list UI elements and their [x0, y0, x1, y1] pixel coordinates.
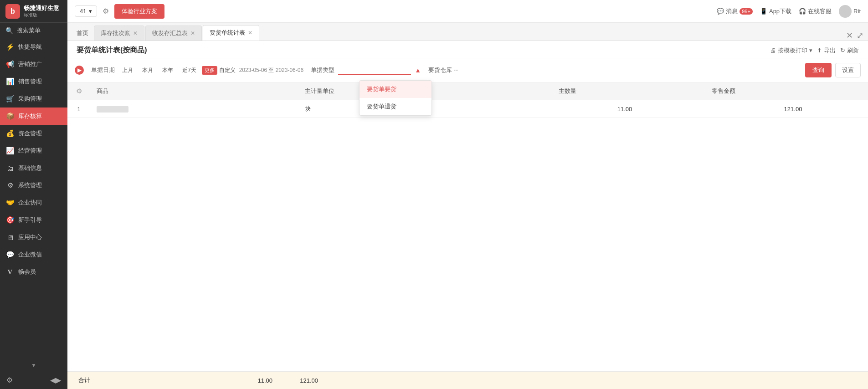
type-filter-input[interactable] — [338, 66, 411, 75]
sidebar-item-huiyuan[interactable]: V 畅会员 — [0, 263, 67, 281]
sidebar-item-xitong[interactable]: ⚙ 系统管理 — [0, 177, 67, 194]
print-dropdown-icon: ▾ — [809, 47, 812, 54]
app-logo-text: 畅捷通好生意 标准版 — [24, 5, 59, 18]
topbar: 41 ▾ ⚙ 体验行业方案 💬 消息 99+ 📱 App下载 🎧 在线客服 — [67, 0, 868, 23]
filter-expand-btn[interactable]: ▶ — [75, 66, 84, 75]
user-avatar — [839, 5, 852, 18]
dropdown-chevron-icon: ▾ — [89, 8, 92, 15]
tab-shoufasun[interactable]: 收发存汇总表 ✕ — [145, 26, 202, 41]
sidebar-item-kucun[interactable]: 📦 库存核算 — [0, 107, 67, 125]
col-header-extra — [808, 82, 868, 100]
jingying-icon: 📈 — [5, 147, 15, 155]
sidebar-logo: b 畅捷通好生意 标准版 — [0, 0, 67, 23]
page: 要货单统计表(按商品) 🖨 按模板打印 ▾ ⬆ 导出 ↻ 刷新 ▶ — [67, 41, 868, 389]
filter-actions: 查询 设置 — [805, 63, 861, 77]
sidebar-item-kuaijie[interactable]: ⚡ 快捷导航 — [0, 38, 67, 56]
main-content: 41 ▾ ⚙ 体验行业方案 💬 消息 99+ 📱 App下载 🎧 在线客服 — [67, 0, 868, 389]
tab-kucun-pici[interactable]: 库存批次账 ✕ — [94, 26, 144, 41]
row-amount: 121.00 — [638, 100, 808, 118]
footer-amount: 121.00 — [279, 377, 324, 384]
headset-icon: 🎧 — [799, 8, 806, 15]
row-num: 1 — [67, 100, 90, 118]
message-btn[interactable]: 💬 消息 99+ — [717, 7, 753, 15]
col-header-product: 商品 — [90, 82, 298, 100]
qiye-icon: 🤝 — [5, 199, 15, 207]
this-month-btn[interactable]: 本月 — [139, 65, 157, 76]
date-buttons: 上月 本月 本年 近7天 更多 自定义 — [118, 65, 236, 76]
topbar-left: 41 ▾ ⚙ 体验行业方案 — [75, 4, 164, 19]
topbar-right: 💬 消息 99+ 📱 App下载 🎧 在线客服 Rit — [717, 5, 861, 18]
export-btn[interactable]: ⬆ 导出 — [817, 46, 836, 55]
warehouse-filter-group: 要货仓库 ··· — [428, 66, 457, 74]
app-download-btn[interactable]: 📱 App下载 — [760, 7, 791, 15]
page-actions: 🖨 按模板打印 ▾ ⬆ 导出 ↻ 刷新 — [770, 46, 859, 55]
sidebar-item-yingyong[interactable]: 🖥 应用中心 — [0, 229, 67, 246]
jichu-icon: 🗂 — [5, 164, 15, 172]
last-month-btn[interactable]: 上月 — [118, 65, 137, 76]
sidebar-item-jichu[interactable]: 🗂 基础信息 — [0, 159, 67, 177]
dropdown-item-yaohuo[interactable]: 要货单要货 — [360, 81, 431, 98]
tab-close-all-icon[interactable]: ✕ — [846, 31, 853, 41]
sidebar-item-weixin[interactable]: 💬 企业微信 — [0, 246, 67, 263]
page-title: 要货单统计表(按商品) — [77, 46, 147, 55]
kuaijie-icon: ⚡ — [5, 43, 15, 51]
type-dropdown-arrow[interactable]: ▲ — [415, 67, 421, 74]
page-header: 要货单统计表(按商品) 🖨 按模板打印 ▾ ⬆ 导出 ↻ 刷新 — [67, 41, 868, 58]
sidebar-item-yingxiao[interactable]: 📢 营销推广 — [0, 56, 67, 73]
refresh-btn[interactable]: ↻ 刷新 — [840, 46, 859, 55]
phone-icon: 📱 — [760, 8, 767, 15]
tab-home[interactable]: 首页 — [72, 26, 93, 41]
tabbar-actions: ✕ ⤢ — [846, 31, 863, 41]
collapse-icon[interactable]: ◀▶ — [50, 376, 61, 384]
tab-close-shoufasun[interactable]: ✕ — [190, 30, 195, 36]
row-extra — [808, 100, 868, 118]
sidebar-item-qiye[interactable]: 🤝 企业协同 — [0, 194, 67, 211]
refresh-icon: ↻ — [840, 47, 845, 54]
date-range-display: 2023-05-06 至 2023-06-06 — [239, 67, 303, 74]
sidebar-item-zijin[interactable]: 💰 资金管理 — [0, 125, 67, 142]
tab-expand-icon[interactable]: ⤢ — [857, 31, 863, 41]
sidebar-item-jingying[interactable]: 📈 经营管理 — [0, 142, 67, 159]
row-quantity: 11.00 — [496, 100, 638, 118]
settings-btn[interactable]: 设置 — [835, 63, 861, 77]
tab-yaohuo[interactable]: 要货单统计表 ✕ — [203, 25, 259, 41]
warehouse-dots-icon[interactable]: ··· — [454, 66, 457, 74]
zijin-icon: 💰 — [5, 129, 15, 138]
row-product — [90, 100, 298, 118]
sidebar-item-xinshou[interactable]: 🎯 新手引导 — [0, 211, 67, 229]
custom-date-btn[interactable]: 自定义 — [219, 67, 236, 74]
tab-close-yaohuo[interactable]: ✕ — [248, 30, 252, 36]
query-btn[interactable]: 查询 — [805, 63, 832, 77]
this-year-btn[interactable]: 本年 — [159, 65, 177, 76]
sidebar-item-caigou[interactable]: 🛒 采购管理 — [0, 90, 67, 107]
tab-close-kucun[interactable]: ✕ — [133, 30, 138, 36]
last-7days-btn[interactable]: 近7天 — [179, 65, 200, 76]
sidebar-item-xiaoshou[interactable]: 📊 销售管理 — [0, 73, 67, 90]
online-service-btn[interactable]: 🎧 在线客服 — [799, 7, 832, 15]
dropdown-item-tuihuo[interactable]: 要货单退货 — [360, 98, 431, 115]
sidebar-nav: ⚡ 快捷导航 📢 营销推广 📊 销售管理 🛒 采购管理 📦 库存核算 💰 资金管… — [0, 38, 67, 360]
topbar-gear-icon[interactable]: ⚙ — [103, 7, 109, 15]
sidebar-scroll-down[interactable]: ▼ — [0, 360, 67, 371]
huiyuan-icon: V — [5, 268, 15, 276]
message-icon: 💬 — [717, 8, 724, 15]
xinshou-icon: 🎯 — [5, 216, 15, 224]
print-btn[interactable]: 🖨 按模板打印 ▾ — [770, 46, 812, 55]
column-settings-icon[interactable]: ⚙ — [76, 87, 82, 95]
col-header-quantity: 主数量 — [496, 82, 638, 100]
trial-button[interactable]: 体验行业方案 — [114, 4, 164, 19]
tabbar: 首页 库存批次账 ✕ 收发存汇总表 ✕ 要货单统计表 ✕ ✕ ⤢ — [67, 23, 868, 41]
sidebar-search[interactable]: 🔍 搜索菜单 — [0, 23, 67, 38]
export-icon: ⬆ — [817, 47, 822, 54]
type-filter-group: 单据类型 ▲ — [311, 66, 421, 75]
yingyong-icon: 🖥 — [5, 234, 15, 241]
type-dropdown: 要货单要货 要货单退货 — [359, 80, 432, 116]
product-placeholder — [97, 106, 128, 113]
more-dates-btn[interactable]: 更多 — [202, 66, 217, 75]
yingxiao-icon: 📢 — [5, 60, 15, 68]
org-selector[interactable]: 41 ▾ — [75, 5, 97, 17]
user-avatar-area[interactable]: Rit — [839, 5, 861, 18]
settings-icon[interactable]: ⚙ — [6, 376, 13, 384]
print-icon: 🖨 — [770, 47, 776, 54]
footer-quantity: 11.00 — [233, 377, 279, 384]
